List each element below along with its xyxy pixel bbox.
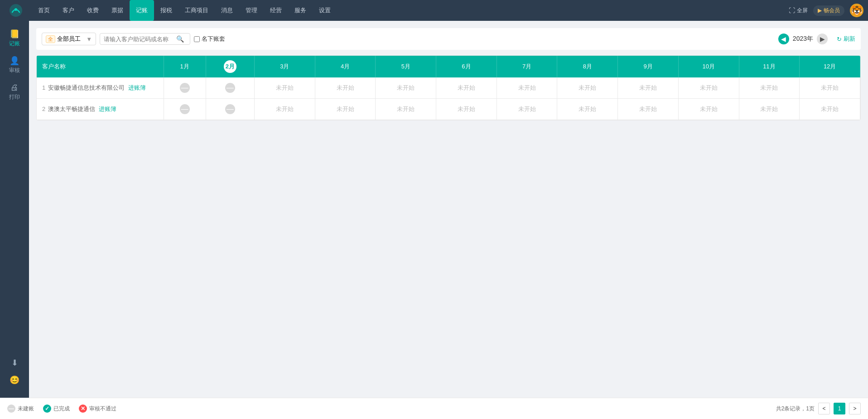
month-cell-11: 未开始 <box>739 99 800 120</box>
refresh-icon: ↻ <box>837 36 842 43</box>
status-not-built: — <box>180 104 190 114</box>
sidebar-item-print[interactable]: 🖨 打印 <box>0 79 29 106</box>
employee-tag: 全 <box>46 35 55 43</box>
total-records: 共2条记录，1页 <box>776 405 815 413</box>
page-prev-button[interactable]: < <box>818 403 830 414</box>
nav-operation[interactable]: 经营 <box>264 0 288 21</box>
employee-label: 全部员工 <box>57 35 81 43</box>
year-navigation: ◀ 2023年 ▶ <box>778 34 828 44</box>
col-header-jul: 7月 <box>497 56 557 77</box>
status-not-started: 未开始 <box>579 84 596 91</box>
nav-home[interactable]: 首页 <box>32 0 56 21</box>
month-cell-11: 未开始 <box>739 77 800 99</box>
month-cell-8: 未开始 <box>557 77 618 99</box>
client-name: 安徽畅捷通信息技术有限公司 <box>48 84 125 91</box>
month-cell-7: 未开始 <box>497 77 557 99</box>
nav-accounting[interactable]: 记账 <box>130 0 154 21</box>
vip-button[interactable]: ▶ 畅会员 <box>813 5 844 16</box>
month-cell-6: 未开始 <box>436 77 497 99</box>
svg-point-1 <box>14 8 17 11</box>
status-not-started: 未开始 <box>518 106 536 112</box>
col-header-jun: 6月 <box>436 56 497 77</box>
month-cell-7: 未开始 <box>497 99 557 120</box>
sidebar-item-download[interactable]: ⬇ <box>10 354 19 371</box>
status-not-started: 未开始 <box>276 106 294 112</box>
client-name: 澳澳太平畅捷通信 <box>48 106 95 112</box>
search-wrap: 🔍 <box>100 33 190 45</box>
month-cell-9: 未开始 <box>618 99 679 120</box>
nav-message[interactable]: 消息 <box>215 0 239 21</box>
nav-menu: 首页 客户 收费 票据 记账 报税 工商项目 消息 管理 经营 服务 设置 <box>32 0 789 21</box>
search-input[interactable] <box>104 36 176 43</box>
legend-dot-teal: ✓ <box>43 405 51 413</box>
user-avatar[interactable]: 🐯 <box>850 4 863 17</box>
year-prev-button[interactable]: ◀ <box>778 34 789 44</box>
month-cell-2: — <box>206 77 254 99</box>
month-cell-2: — <box>206 99 254 120</box>
col-header-feb: 2月 <box>206 56 254 77</box>
top-navigation: 首页 客户 收费 票据 记账 报税 工商项目 消息 管理 经营 服务 设置 ⛶ … <box>0 0 868 21</box>
main-content: 全 全部员工 ▼ 🔍 名下账套 ◀ 2023年 ▶ ↻ 刷新 <box>29 21 868 398</box>
print-icon: 🖨 <box>10 83 19 92</box>
page-current-button[interactable]: 1 <box>834 403 845 414</box>
month-cell-9: 未开始 <box>618 77 679 99</box>
status-not-built: — <box>225 104 235 114</box>
col-header-apr: 4月 <box>315 56 376 77</box>
search-icon[interactable]: 🔍 <box>176 35 184 43</box>
enter-ledger-link[interactable]: 进账簿 <box>128 84 146 91</box>
toolbar: 全 全部员工 ▼ 🔍 名下账套 ◀ 2023年 ▶ ↻ 刷新 <box>36 28 861 50</box>
enter-ledger-link[interactable]: 进账簿 <box>99 106 116 112</box>
year-next-button[interactable]: ▶ <box>817 34 828 44</box>
main-layout: 📒 记账 👤 审核 🖨 打印 ⬇ 😊 全 全部员工 ▼ <box>0 21 868 398</box>
col-header-dec: 12月 <box>800 56 860 77</box>
status-not-started: 未开始 <box>821 84 839 91</box>
fullscreen-button[interactable]: ⛶ 全屏 <box>789 7 808 14</box>
status-not-started: 未开始 <box>760 84 778 91</box>
month-cell-3: 未开始 <box>255 77 315 99</box>
refresh-button[interactable]: ↻ 刷新 <box>837 35 855 43</box>
month-cell-6: 未开始 <box>436 99 497 120</box>
checkbox-input[interactable] <box>194 36 200 42</box>
nav-service[interactable]: 服务 <box>288 0 313 21</box>
month-cell-12: 未开始 <box>800 99 860 120</box>
page-next-button[interactable]: > <box>849 403 861 414</box>
sidebar-item-profile[interactable]: 😊 <box>10 371 19 389</box>
col-header-oct: 10月 <box>678 56 739 77</box>
page-footer: — 未建账 ✓ 已完成 ✕ 审核不通过 共2条记录，1页 < 1 > <box>0 398 868 419</box>
col-header-aug: 8月 <box>557 56 618 77</box>
vip-icon: ▶ <box>818 7 822 14</box>
status-not-started: 未开始 <box>760 106 778 112</box>
legend-dot-gray: — <box>7 405 15 413</box>
sidebar-item-review[interactable]: 👤 审核 <box>0 52 29 79</box>
status-not-started: 未开始 <box>579 106 596 112</box>
status-not-started: 未开始 <box>397 106 415 112</box>
status-not-started: 未开始 <box>639 84 657 91</box>
month-cell-3: 未开始 <box>255 99 315 120</box>
nav-tax[interactable]: 报税 <box>154 0 178 21</box>
nav-manage[interactable]: 管理 <box>239 0 264 21</box>
nav-invoice[interactable]: 票据 <box>105 0 130 21</box>
nav-settings[interactable]: 设置 <box>313 0 337 21</box>
checkbox-label: 名下账套 <box>202 35 225 43</box>
legend-label-rejected: 审核不通过 <box>89 405 116 413</box>
chevron-down-icon: ▼ <box>86 36 92 43</box>
month-cell-4: 未开始 <box>315 99 376 120</box>
status-not-started: 未开始 <box>700 84 718 91</box>
under-accounts-checkbox[interactable]: 名下账套 <box>194 35 225 43</box>
month-cell-4: 未开始 <box>315 77 376 99</box>
legend-label-completed: 已完成 <box>53 405 70 413</box>
status-not-started: 未开始 <box>458 106 475 112</box>
fullscreen-icon: ⛶ <box>789 7 795 14</box>
pagination: 共2条记录，1页 < 1 > <box>776 403 861 414</box>
status-not-started: 未开始 <box>821 106 839 112</box>
nav-customer[interactable]: 客户 <box>56 0 81 21</box>
col-header-name: 客户名称 <box>37 56 164 77</box>
nav-business[interactable]: 工商项目 <box>178 0 215 21</box>
sidebar-item-accounting[interactable]: 📒 记账 <box>0 25 29 52</box>
status-not-started: 未开始 <box>337 84 354 91</box>
legend-rejected: ✕ 审核不通过 <box>79 405 116 413</box>
nav-billing[interactable]: 收费 <box>81 0 105 21</box>
employee-select[interactable]: 全 全部员工 ▼ <box>42 33 96 45</box>
month-cell-5: 未开始 <box>376 99 436 120</box>
month-cell-8: 未开始 <box>557 99 618 120</box>
